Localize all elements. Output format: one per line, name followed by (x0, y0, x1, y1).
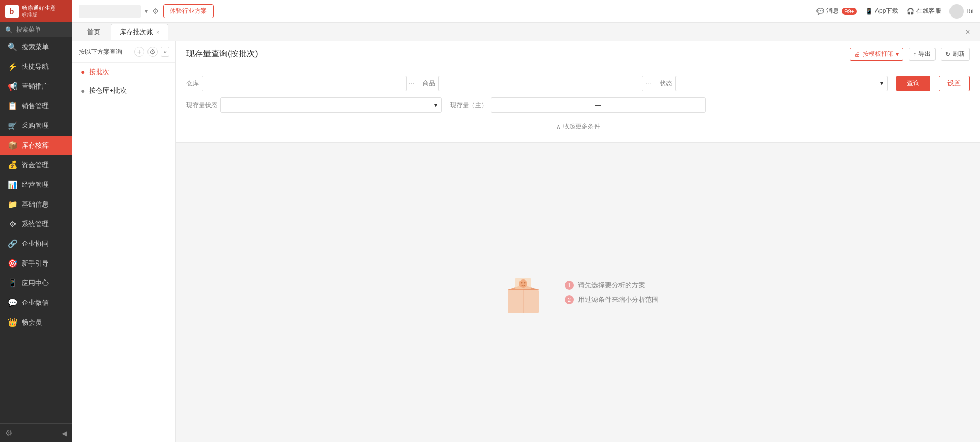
stock-qty-filter-group: 现存量（主） — (450, 97, 706, 113)
nav-icon-system: ⚙ (7, 219, 18, 229)
trial-button[interactable]: 体验行业方案 (163, 4, 214, 18)
print-button[interactable]: 🖨 按模板打印 ▾ (850, 48, 903, 61)
online-service-button[interactable]: 🎧 在线客服 (907, 7, 941, 16)
sidebar-item-operation[interactable]: 📊经营管理 (0, 175, 72, 195)
nav-label-operation: 经营管理 (22, 180, 49, 189)
nav-label-enterprise: 企业协同 (22, 239, 49, 248)
sidebar-item-wechat[interactable]: 💬企业微信 (0, 293, 72, 313)
app-download-button[interactable]: 📱 App下载 (865, 7, 898, 16)
collapse-more-button[interactable]: ∧ 收起更多条件 (186, 119, 970, 134)
sidebar: b 畅康通好生意 标准版 🔍 搜索菜单 🔍搜索菜单⚡快捷导航📢营销推广📋销售管理… (0, 0, 72, 442)
scheme-list: ●按批次●按仓库+批次 (72, 63, 175, 100)
empty-tip-2: 2 用过滤条件来缩小分析范围 (565, 295, 659, 304)
nav-label-search: 搜索菜单 (22, 42, 49, 52)
left-panel: 按以下方案查询 + ⚙ « ●按批次●按仓库+批次 (72, 41, 176, 442)
sidebar-item-appstore[interactable]: 📱应用中心 (0, 273, 72, 293)
svg-point-6 (519, 279, 527, 288)
panel-close-button[interactable]: × (961, 26, 974, 38)
nav-icon-basic: 📁 (7, 200, 18, 209)
stock-qty-range: — (491, 97, 706, 113)
nav-icon-sales: 📋 (7, 101, 18, 111)
messages-button[interactable]: 💬 消息 99+ (816, 7, 857, 16)
status-filter-group: 状态 ▾ (660, 76, 888, 91)
svg-point-8 (524, 282, 526, 284)
nav-icon-search: 🔍 (7, 42, 18, 52)
sidebar-item-quick-nav[interactable]: ⚡快捷导航 (0, 57, 72, 77)
goods-more-icon[interactable]: ··· (645, 79, 651, 87)
page-title: 现存量查询(按批次) (186, 49, 258, 60)
nav-icon-enterprise: 🔗 (7, 239, 18, 248)
sidebar-item-newbie[interactable]: 🎯新手引导 (0, 254, 72, 273)
settings-icon-small: ⚙ (149, 48, 156, 56)
goods-filter-group: 商品 ··· (423, 76, 651, 91)
download-icon: 📱 (865, 8, 873, 15)
scheme-label-batch: 按批次 (89, 67, 109, 77)
sidebar-header: b 畅康通好生意 标准版 (0, 0, 72, 22)
export-icon: ↑ (913, 51, 916, 58)
tab-close-icon[interactable]: × (156, 29, 159, 35)
left-panel-header: 按以下方案查询 + ⚙ « (72, 41, 175, 63)
stock-qty-label: 现存量（主） (450, 101, 487, 110)
empty-illustration (497, 267, 549, 318)
sidebar-item-search[interactable]: 🔍搜索菜单 (0, 37, 72, 57)
stock-qty-min-input[interactable] (495, 101, 592, 109)
topbar-gear-icon[interactable]: ⚙ (152, 7, 159, 16)
print-chevron-icon: ▾ (896, 51, 899, 58)
stock-status-select[interactable]: ▾ (220, 97, 442, 113)
sidebar-item-marketing[interactable]: 📢营销推广 (0, 77, 72, 96)
export-button[interactable]: ↑ 导出 (909, 48, 936, 61)
tab-home[interactable]: 首页 (79, 24, 109, 40)
warehouse-input[interactable] (202, 76, 407, 91)
nav-label-quick-nav: 快捷导航 (22, 62, 49, 71)
refresh-icon: ↻ (945, 51, 951, 58)
nav-label-member: 畅会员 (22, 318, 42, 327)
status-chevron-icon: ▾ (880, 80, 883, 87)
nav-icon-quick-nav: ⚡ (7, 62, 18, 71)
sidebar-search[interactable]: 🔍 搜索菜单 (0, 22, 72, 37)
scheme-item-batch[interactable]: ●按批次 (72, 63, 175, 81)
printer-icon: 🖨 (854, 51, 860, 58)
goods-input[interactable] (438, 76, 643, 91)
sidebar-item-sales[interactable]: 📋销售管理 (0, 96, 72, 116)
left-panel-title: 按以下方案查询 (79, 48, 122, 56)
sidebar-item-member[interactable]: 👑畅会员 (0, 313, 72, 332)
warehouse-more-icon[interactable]: ··· (409, 79, 415, 87)
right-panel: 现存量查询(按批次) 🖨 按模板打印 ▾ ↑ 导出 ↻ 刷新 (176, 41, 980, 442)
tab-inventory-batch[interactable]: 库存批次账 × (111, 24, 168, 40)
sidebar-item-finance[interactable]: 💰资金管理 (0, 155, 72, 175)
sidebar-item-inventory[interactable]: 📦库存核算 (0, 136, 72, 155)
collapse-panel-button[interactable]: « (161, 47, 169, 57)
topbar-chevron-icon[interactable]: ▾ (145, 8, 148, 15)
user-avatar-area[interactable]: Rit (949, 4, 974, 19)
scheme-item-warehouse-batch[interactable]: ●按仓库+批次 (72, 81, 175, 100)
collapse-icon: ∧ (556, 123, 561, 130)
headset-icon: 🎧 (907, 8, 914, 15)
refresh-button[interactable]: ↻ 刷新 (941, 48, 970, 61)
add-scheme-button[interactable]: + (134, 47, 144, 57)
sidebar-item-enterprise[interactable]: 🔗企业协同 (0, 234, 72, 254)
messages-badge: 99+ (842, 8, 857, 15)
nav-label-system: 系统管理 (22, 219, 49, 229)
user-name: Rit (966, 8, 974, 15)
avatar (949, 4, 964, 19)
query-button[interactable]: 查询 (896, 76, 930, 91)
goods-label: 商品 (423, 79, 435, 88)
scheme-settings-button[interactable]: ⚙ (147, 47, 158, 57)
empty-state: 1 请先选择要分析的方案 2 用过滤条件来缩小分析范围 (176, 143, 980, 442)
sidebar-item-basic[interactable]: 📁基础信息 (0, 195, 72, 214)
settings-button[interactable]: 设置 (939, 76, 970, 91)
filter-area: 仓库 ··· 商品 ··· 状态 ▾ (176, 67, 980, 143)
warehouse-filter-group: 仓库 ··· (186, 76, 414, 91)
status-select[interactable]: ▾ (675, 76, 888, 91)
topbar-search[interactable] (79, 5, 141, 18)
range-separator: — (595, 101, 601, 109)
stock-qty-max-input[interactable] (604, 101, 701, 109)
nav-icon-finance: 💰 (7, 160, 18, 170)
nav-label-wechat: 企业微信 (22, 298, 49, 307)
sidebar-item-system[interactable]: ⚙系统管理 (0, 214, 72, 234)
settings-icon[interactable]: ⚙ (5, 428, 12, 438)
sidebar-item-purchase[interactable]: 🛒采购管理 (0, 116, 72, 136)
nav-label-basic: 基础信息 (22, 200, 49, 209)
tip-number-2: 2 (565, 295, 574, 304)
collapse-sidebar-icon[interactable]: ◀ (62, 429, 67, 437)
